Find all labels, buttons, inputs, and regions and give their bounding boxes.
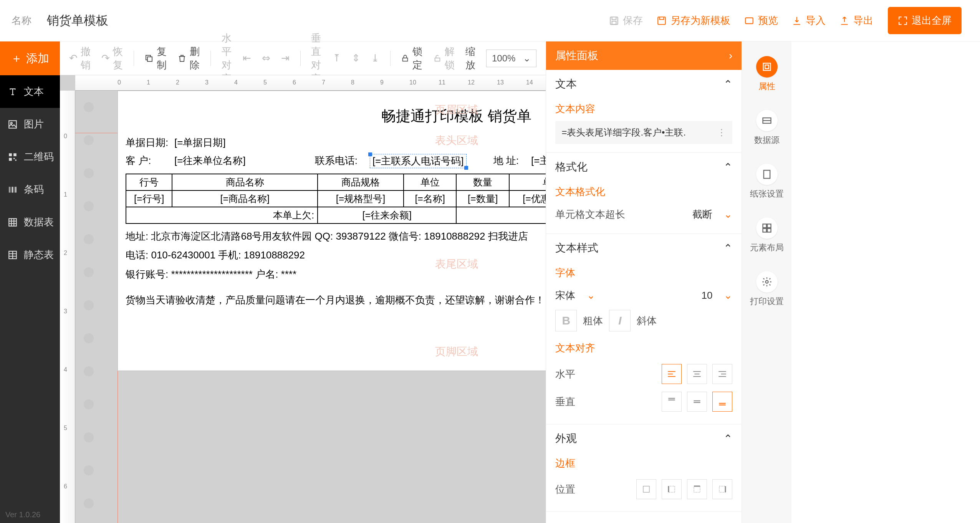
redo-button[interactable]: ↷恢复	[101, 45, 123, 72]
svg-rect-60	[767, 228, 771, 232]
owe-value[interactable]: [=往来余额]	[318, 207, 456, 223]
overflow-row[interactable]: 单元格文本超长 截断⌄	[555, 204, 732, 225]
h-align-center[interactable]	[687, 364, 707, 384]
border-all[interactable]	[636, 479, 656, 499]
save-button[interactable]: 保存	[609, 14, 643, 27]
undo-button[interactable]: ↶撤销	[69, 45, 91, 72]
delete-button[interactable]: 删除	[177, 45, 200, 72]
text-content-label: 文本内容	[555, 102, 732, 116]
date-label[interactable]: 单据日期:	[126, 136, 170, 149]
template-title[interactable]: 销货单模板	[47, 12, 108, 29]
save-as-button[interactable]: 另存为新模板	[657, 14, 730, 27]
page-num[interactable]: [=页码: 第n页 | 共n页]	[126, 314, 546, 327]
tab-print[interactable]: 打印设置	[742, 264, 791, 314]
bold-button[interactable]: B	[555, 310, 577, 331]
text-format-label: 文本格式化	[555, 185, 732, 199]
border-top[interactable]	[687, 479, 707, 499]
copy-button[interactable]: 复制	[144, 45, 167, 72]
table-cell[interactable]: [=优惠前单价]	[509, 190, 546, 207]
svg-point-61	[765, 281, 768, 283]
lock-button[interactable]: 锁定	[401, 45, 422, 72]
border-right[interactable]	[712, 479, 732, 499]
tab-paper[interactable]: 纸张设置	[742, 157, 791, 207]
date-value[interactable]: [=单据日期]	[174, 136, 226, 149]
customer-value[interactable]: [=往来单位名称]	[174, 154, 246, 168]
section-text-head[interactable]: 文本⌃	[546, 70, 742, 98]
footer-text-block[interactable]: 地址: 北京市海淀区北清路68号用友软件园 QQ: 393879122 微信号:…	[126, 227, 546, 310]
redo-icon: ↷	[101, 52, 110, 64]
table-cell[interactable]: [=数量]	[456, 190, 509, 207]
italic-button[interactable]: I	[609, 310, 631, 331]
table-header[interactable]: 单位	[404, 174, 457, 190]
tab-datasource[interactable]: 数据源	[742, 103, 791, 153]
align-middle-icon[interactable]: ⇕	[352, 52, 360, 64]
zoom-select[interactable]: 100%⌄	[486, 50, 536, 67]
owe-label[interactable]: 本单上欠:	[126, 207, 318, 223]
left-item-statictable[interactable]: 静态表	[0, 238, 60, 271]
svg-rect-54	[765, 65, 768, 68]
tab-properties[interactable]: 属性	[742, 49, 791, 99]
table-header[interactable]: 商品规格	[318, 174, 404, 190]
table-cell[interactable]: [=行号]	[126, 190, 172, 207]
svg-rect-10	[15, 159, 17, 161]
svg-point-5	[11, 122, 12, 124]
table-header[interactable]: 行号	[126, 174, 172, 190]
chevron-right-icon[interactable]: ›	[729, 50, 732, 62]
tab-layout[interactable]: 元素布局	[742, 210, 791, 260]
align-bottom-icon[interactable]: ⤓	[371, 52, 379, 64]
v-align-middle[interactable]	[687, 392, 707, 412]
phone-label[interactable]: 联系电话:	[315, 154, 358, 168]
font-size-select[interactable]: 10⌄	[701, 290, 732, 301]
left-item-barcode[interactable]: 条码	[0, 173, 60, 206]
phone-value-selected[interactable]: [=主联系人电话号码]	[370, 154, 467, 168]
page-title[interactable]: 畅捷通打印模板 销货单	[126, 99, 546, 134]
exit-fullscreen-button[interactable]: 退出全屏	[888, 7, 962, 34]
font-family-select[interactable]: 宋体⌄	[555, 289, 595, 302]
v-align-bottom[interactable]	[712, 392, 732, 412]
table-cell[interactable]: [=商品名称]	[172, 190, 318, 207]
props-header[interactable]: 属性面板 ›	[546, 41, 742, 70]
border-left[interactable]	[662, 479, 682, 499]
align-top-icon[interactable]: ⤒	[333, 52, 341, 64]
table-header[interactable]: 商品名称	[172, 174, 318, 190]
align-left-icon[interactable]: ⇤	[243, 52, 251, 64]
import-button[interactable]: 导入	[792, 14, 826, 27]
v-align-top[interactable]	[662, 392, 682, 412]
section-appearance-head[interactable]: 外观⌃	[546, 424, 742, 453]
datatable-icon	[8, 217, 18, 227]
table-cell[interactable]: [=名称]	[404, 190, 457, 207]
preview-button[interactable]: 预览	[744, 14, 778, 27]
align-right-icon[interactable]: ⇥	[281, 52, 290, 64]
customer-label[interactable]: 客 户:	[126, 154, 170, 168]
more-icon[interactable]: ⋮	[717, 127, 726, 138]
chevron-down-icon: ⌄	[724, 290, 732, 301]
canvas-area[interactable]: 01234567891011121314151617181920212223 0…	[60, 75, 546, 523]
data-table[interactable]: 行号商品名称商品规格单位数量单价金额备注 [=行号][=商品名称][=规格型号]…	[126, 174, 546, 224]
lock-icon	[401, 54, 409, 63]
left-item-datatable[interactable]: 数据表	[0, 206, 60, 238]
font-label: 字体	[555, 266, 732, 280]
addr-label[interactable]: 地 址:	[493, 154, 519, 168]
page-template[interactable]: 页眉区域 畅捷通打印模板 销货单 表头区域 单据日期:[=单据日期] 单据编号:…	[118, 91, 546, 371]
table-header[interactable]: 数量	[456, 174, 509, 190]
add-button[interactable]: ＋ 添加	[0, 41, 60, 75]
svg-rect-59	[763, 228, 766, 232]
table-header[interactable]: 单价	[509, 174, 546, 190]
addr-value[interactable]: [=主联系人地址]	[531, 154, 546, 168]
h-align-left[interactable]	[662, 364, 682, 384]
text-content-input[interactable]: =表头表尾详细字段.客户•主联.⋮	[555, 121, 732, 144]
unlock-button[interactable]: 解锁	[433, 45, 455, 72]
amount-label[interactable]: 成交金额:	[456, 207, 546, 223]
left-item-text[interactable]: 文本	[0, 75, 60, 108]
align-center-icon[interactable]: ⇔	[262, 52, 270, 64]
svg-rect-8	[9, 158, 12, 161]
export-button[interactable]: 导出	[839, 14, 873, 27]
section-format-head[interactable]: 格式化⌃	[546, 153, 742, 181]
left-item-image[interactable]: 图片	[0, 108, 60, 141]
left-item-qrcode[interactable]: 二维码	[0, 141, 60, 173]
table-cell[interactable]: [=规格型号]	[318, 190, 404, 207]
name-label: 名称	[12, 14, 31, 27]
border-label: 边框	[555, 457, 732, 470]
section-style-head[interactable]: 文本样式⌃	[546, 234, 742, 262]
h-align-right[interactable]	[712, 364, 732, 384]
